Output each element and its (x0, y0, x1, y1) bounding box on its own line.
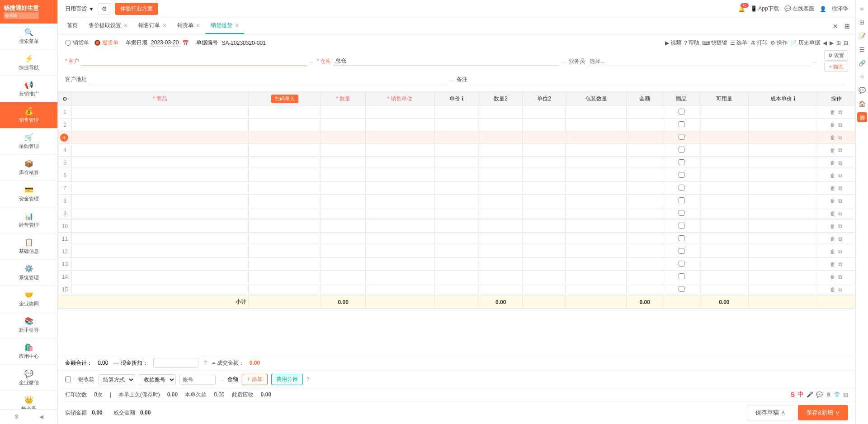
product-input-3[interactable] (74, 134, 246, 141)
qty-cell-8[interactable] (321, 195, 366, 207)
sidebar-item-sales[interactable]: 💰销售管理 (0, 102, 57, 129)
logistics-button[interactable]: + 物流 (824, 62, 848, 72)
gift-checkbox-11[interactable] (679, 235, 684, 241)
product-cell-4[interactable] (72, 144, 249, 157)
pkg-cell-8[interactable] (566, 195, 627, 207)
product-cell-7[interactable] (72, 182, 249, 195)
sidebar-collapse-icon[interactable]: ◀ (39, 413, 44, 420)
pkg-cell-5[interactable] (566, 157, 627, 169)
price-cell-5[interactable] (434, 157, 479, 169)
copy-row-btn-15[interactable]: ⧉ (838, 286, 843, 293)
col-scan[interactable]: 扫码录入 (248, 92, 321, 106)
radio-sale[interactable]: 销货单 (65, 39, 89, 47)
sidebar-item-marketing[interactable]: 📢营销推广 (0, 76, 57, 102)
delete-row-btn-2[interactable]: 🗑 (830, 121, 836, 129)
gift-cell-10[interactable] (663, 220, 700, 233)
qty2-cell-9[interactable] (479, 207, 523, 220)
gift-cell-3[interactable] (663, 131, 700, 144)
mini-icon-2[interactable]: 📝 (857, 31, 867, 41)
copy-row-btn-4[interactable]: ⧉ (838, 147, 843, 154)
discount-help-icon[interactable]: ? (204, 360, 207, 366)
bottom-icon-barcode[interactable]: ▥ (843, 391, 848, 398)
save-new-button[interactable]: 保存&新增 ∨ (798, 405, 848, 420)
price-cell-14[interactable] (434, 271, 479, 283)
cost-price-cell-8[interactable] (749, 195, 817, 207)
gift-checkbox-3[interactable] (679, 134, 684, 140)
cost-price-cell-9[interactable] (749, 207, 817, 220)
scan-btn[interactable]: 扫码录入 (271, 95, 298, 103)
gift-checkbox-7[interactable] (679, 185, 684, 191)
product-cell-6[interactable] (72, 169, 249, 182)
address-input[interactable] (89, 75, 447, 84)
price-cell-3[interactable] (434, 131, 479, 144)
unit-cell-6[interactable] (366, 169, 434, 182)
price-cell-9[interactable] (434, 207, 479, 220)
copy-row-btn-12[interactable]: ⧉ (838, 248, 843, 255)
unit2-cell-11[interactable] (523, 233, 566, 245)
gift-cell-9[interactable] (663, 207, 700, 220)
copy-row-btn-5[interactable]: ⧉ (838, 159, 843, 167)
product-cell-12[interactable] (72, 245, 249, 258)
bottom-icon-chat[interactable]: 💬 (816, 391, 823, 398)
gift-cell-1[interactable] (663, 106, 700, 119)
action-operation[interactable]: ⚙ 操作 (770, 39, 788, 47)
unit-cell-9[interactable] (366, 207, 434, 220)
price-cell-8[interactable] (434, 195, 479, 207)
unit-cell-14[interactable] (366, 271, 434, 283)
gift-cell-11[interactable] (663, 233, 700, 245)
account-select[interactable]: 收款账号 (139, 374, 176, 385)
pkg-cell-7[interactable] (566, 182, 627, 195)
amount-cell-6[interactable] (627, 169, 663, 182)
action-help[interactable]: ? 帮助 (684, 39, 699, 47)
available-cell-8[interactable] (700, 195, 749, 207)
price-cell-11[interactable] (434, 233, 479, 245)
delete-row-btn-13[interactable]: 🗑 (830, 261, 836, 268)
copy-row-btn-10[interactable]: ⧉ (838, 223, 843, 230)
qty-cell-13[interactable] (321, 258, 366, 271)
sidebar-item-inventory[interactable]: 📦库存核算 (0, 155, 57, 181)
product-input-5[interactable] (74, 159, 246, 166)
unit2-cell-12[interactable] (523, 245, 566, 258)
copy-row-btn-7[interactable]: ⧉ (838, 185, 843, 192)
qty-cell-7[interactable] (321, 182, 366, 195)
available-cell-5[interactable] (700, 157, 749, 169)
product-cell-11[interactable] (72, 233, 249, 245)
unit2-cell-6[interactable] (523, 169, 566, 182)
product-cell-8[interactable] (72, 195, 249, 207)
qty-cell-9[interactable] (321, 207, 366, 220)
available-cell-14[interactable] (700, 271, 749, 283)
product-input-8[interactable] (74, 197, 246, 204)
product-cell-9[interactable] (72, 207, 249, 220)
tab-sales_order[interactable]: 销售订单✕ (133, 18, 172, 34)
setting-button[interactable]: ⚙ 设置 (824, 50, 848, 61)
view-expand-icon[interactable]: ⊟ (844, 40, 848, 46)
pkg-cell-1[interactable] (566, 106, 627, 119)
mini-icon-active[interactable]: ▤ (857, 112, 867, 122)
staff-more-icon[interactable]: ... (813, 59, 817, 64)
amount-cell-11[interactable] (627, 233, 663, 245)
gift-cell-13[interactable] (663, 258, 700, 271)
sidebar-settings-icon[interactable]: ⚙ (14, 413, 19, 420)
qty2-cell-5[interactable] (479, 157, 523, 169)
add-row-btn[interactable]: + (60, 133, 68, 142)
price-cell-15[interactable] (434, 283, 479, 296)
tab-home[interactable]: 首页 (61, 18, 83, 34)
cost-price-cell-12[interactable] (749, 245, 817, 258)
delete-row-btn-11[interactable]: 🗑 (830, 235, 836, 243)
view-list-icon[interactable]: ⊞ (836, 40, 841, 46)
product-input-6[interactable] (74, 172, 246, 179)
copy-row-btn-1[interactable]: ⧉ (838, 109, 843, 116)
unit-cell-10[interactable] (366, 220, 434, 233)
available-cell-7[interactable] (700, 182, 749, 195)
action-print[interactable]: 🖨 打印 (750, 39, 768, 47)
delete-row-btn-1[interactable]: 🗑 (830, 109, 836, 116)
price-cell-7[interactable] (434, 182, 479, 195)
product-input-13[interactable] (74, 261, 246, 267)
fee-split-button[interactable]: 费用分摊 (271, 374, 303, 385)
amount-cell-7[interactable] (627, 182, 663, 195)
pkg-cell-2[interactable] (566, 119, 627, 131)
amount-cell-13[interactable] (627, 258, 663, 271)
pkg-cell-10[interactable] (566, 220, 627, 233)
calc-method-select[interactable]: 结算方式 (98, 374, 135, 385)
mini-icon-6[interactable]: 💬 (857, 85, 867, 95)
